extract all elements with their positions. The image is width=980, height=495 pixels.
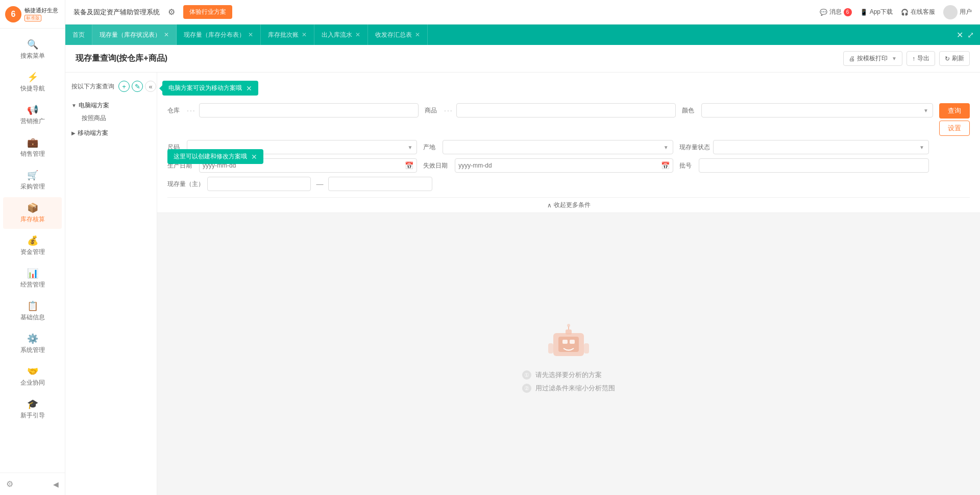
sidebar-item-finance[interactable]: 💰 资金管理 xyxy=(3,230,62,262)
expire-date-calendar-icon[interactable]: 📅 xyxy=(661,161,670,170)
sidebar-item-guide[interactable]: 🎓 新手引导 xyxy=(3,393,62,425)
tab-close-stock-status[interactable]: ✕ xyxy=(164,31,169,38)
sidebar-item-quick[interactable]: ⚡ 快捷导航 xyxy=(3,66,62,98)
filter-with-panel: 按以下方案查询 + ✎ « ▼ 电脑端方案 按照商品 xyxy=(65,73,980,495)
quick-nav-icon: ⚡ xyxy=(27,72,38,83)
svg-rect-7 xyxy=(548,343,553,353)
guide-nav-icon: 🎓 xyxy=(27,398,38,410)
close-tab-icon[interactable]: ✕ xyxy=(957,30,963,40)
header-left: 装备及固定资产辅助管理系统 ⚙ 体验行业方案 xyxy=(74,5,232,19)
tab-inout[interactable]: 出入库流水 ✕ xyxy=(314,25,368,45)
batch-input[interactable] xyxy=(699,158,929,173)
expire-date-input[interactable] xyxy=(458,162,660,169)
tooltip-scheme: 电脑方案可设为移动方案哦 ✕ xyxy=(162,81,258,96)
collapse-btn[interactable]: ∧ 收起更多条件 xyxy=(547,201,591,209)
warehouse-input-wrap[interactable] xyxy=(199,103,419,117)
avatar xyxy=(943,5,958,19)
gear-icon[interactable]: ⚙ xyxy=(166,5,177,19)
page-title: 现存量查询(按仓库+商品) xyxy=(76,53,167,64)
arrow-scheme-btn[interactable]: « xyxy=(145,81,156,92)
svg-rect-2 xyxy=(562,340,568,344)
stock-main-to-input[interactable] xyxy=(328,177,432,191)
logo-text: 畅捷通好生意 标准版 xyxy=(24,7,58,22)
origin-dropdown-icon: ▼ xyxy=(664,145,669,150)
sidebar-item-enterprise[interactable]: 🤝 企业协同 xyxy=(3,361,62,392)
svg-point-6 xyxy=(567,324,570,327)
tab-close-batch[interactable]: ✕ xyxy=(302,31,307,38)
warehouse-dots[interactable]: ··· xyxy=(187,106,196,114)
logo-icon: 6 xyxy=(5,6,21,22)
tabs-bar: 首页 现存量（库存状况表） ✕ 现存量（库存分布表） ✕ 库存批次账 ✕ 出入库… xyxy=(65,25,980,45)
dropdown-arrow-icon: ▼ xyxy=(892,56,897,61)
color-select[interactable]: ▼ xyxy=(701,103,933,117)
tab-batch[interactable]: 库存批次账 ✕ xyxy=(261,25,314,45)
reset-btn[interactable]: 设置 xyxy=(939,121,970,136)
basic-nav-icon: 📋 xyxy=(27,300,38,312)
expire-date-field: 失效日期 📅 xyxy=(423,158,673,173)
message-btn[interactable]: 💬 消息 6 xyxy=(820,8,852,16)
origin-select[interactable]: ▼ xyxy=(443,140,673,154)
user-menu[interactable]: 用户 xyxy=(943,5,972,19)
search-reset-btns: 查询 设置 xyxy=(939,103,970,136)
tab-stock-status[interactable]: 现存量（库存状况表） ✕ xyxy=(92,25,177,45)
expire-date-input-wrap[interactable]: 📅 xyxy=(455,158,673,173)
goods-dots[interactable]: ··· xyxy=(444,106,453,114)
print-icon: 🖨 xyxy=(849,55,855,62)
tooltip2-close-icon[interactable]: ✕ xyxy=(251,153,257,161)
svg-rect-4 xyxy=(566,329,572,335)
search-btn[interactable]: 查询 xyxy=(939,103,970,119)
expire-date-label: 失效日期 xyxy=(423,161,452,170)
tab-home[interactable]: 首页 xyxy=(65,25,92,45)
stock-state-select[interactable]: ▼ xyxy=(713,140,929,154)
svg-rect-8 xyxy=(584,343,589,353)
warehouse-label: 仓库 xyxy=(167,106,184,115)
size-dropdown-icon: ▼ xyxy=(407,145,412,150)
sidebar-item-marketing[interactable]: 📢 营销推广 xyxy=(3,99,62,131)
collapse-sidebar-icon[interactable]: ◀ xyxy=(53,480,59,488)
export-icon: ↑ xyxy=(912,55,915,62)
export-btn[interactable]: ↑ 导出 xyxy=(906,51,935,66)
template-print-btn[interactable]: 🖨 按模板打印 ▼ xyxy=(843,51,902,66)
sidebar-item-search[interactable]: 🔍 搜索菜单 xyxy=(3,34,62,65)
collapse-row: ∧ 收起更多条件 xyxy=(167,197,970,213)
edit-scheme-btn[interactable]: ✎ xyxy=(132,81,143,92)
produce-date-calendar-icon[interactable]: 📅 xyxy=(405,161,413,170)
tooltip1-close-icon[interactable]: ✕ xyxy=(246,84,252,92)
header-right: 💬 消息 6 📱 App下载 🎧 在线客服 用户 xyxy=(820,5,972,19)
online-support-btn[interactable]: 🎧 在线客服 xyxy=(901,8,935,16)
filter-area: 电脑方案可设为移动方案哦 ✕ 仓库 ··· 商品 ··· xyxy=(157,73,980,213)
marketing-nav-icon: 📢 xyxy=(27,104,38,115)
maximize-icon[interactable]: ⤢ xyxy=(967,30,974,40)
scheme-tree: ▼ 电脑端方案 按照商品 ▶ 移动端方案 xyxy=(65,99,157,139)
filter-label-row: 按以下方案查询 + ✎ « xyxy=(71,81,151,92)
collapse-up-icon: ∧ xyxy=(547,202,552,209)
app-download-btn[interactable]: 📱 App下载 xyxy=(860,8,893,16)
empty-step-1: ① 请先选择要分析的方案 xyxy=(522,370,615,380)
system-name: 装备及固定资产辅助管理系统 xyxy=(74,8,160,17)
management-nav-icon: 📊 xyxy=(27,268,38,279)
filter-row4: 现存量（主） — xyxy=(167,177,970,195)
sidebar-item-inventory[interactable]: 📦 库存核算 xyxy=(3,197,62,229)
mobile-scheme-header[interactable]: ▶ 移动端方案 xyxy=(69,127,157,139)
tab-close-summary[interactable]: ✕ xyxy=(415,31,420,38)
refresh-btn[interactable]: ↻ 刷新 xyxy=(939,51,970,66)
goods-input-wrap[interactable] xyxy=(456,103,676,117)
phone-icon: 📱 xyxy=(860,9,868,16)
tab-close-inout[interactable]: ✕ xyxy=(355,31,360,38)
add-scheme-btn[interactable]: + xyxy=(118,81,130,92)
scheme-item-goods[interactable]: 按照商品 xyxy=(69,112,157,125)
sidebar-item-system[interactable]: ⚙️ 系统管理 xyxy=(3,328,62,360)
tab-summary[interactable]: 收发存汇总表 ✕ xyxy=(368,25,428,45)
settings-icon[interactable]: ⚙ xyxy=(6,479,13,489)
tab-stock-dist[interactable]: 现存量（库存分布表） ✕ xyxy=(177,25,261,45)
stock-main-from-input[interactable] xyxy=(207,177,311,191)
industry-btn[interactable]: 体验行业方案 xyxy=(183,5,232,19)
sidebar-item-purchase[interactable]: 🛒 采购管理 xyxy=(3,164,62,196)
page-header: 现存量查询(按仓库+商品) 🖨 按模板打印 ▼ ↑ 导出 ↻ 刷新 xyxy=(65,45,980,73)
tab-close-stock-dist[interactable]: ✕ xyxy=(248,31,253,38)
desktop-scheme-header[interactable]: ▼ 电脑端方案 xyxy=(69,99,157,112)
color-label: 颜色 xyxy=(682,106,698,115)
sidebar-item-management[interactable]: 📊 经营管理 xyxy=(3,263,62,294)
sidebar-item-basic[interactable]: 📋 基础信息 xyxy=(3,295,62,327)
sidebar-item-sales[interactable]: 💼 销售管理 xyxy=(3,132,62,163)
